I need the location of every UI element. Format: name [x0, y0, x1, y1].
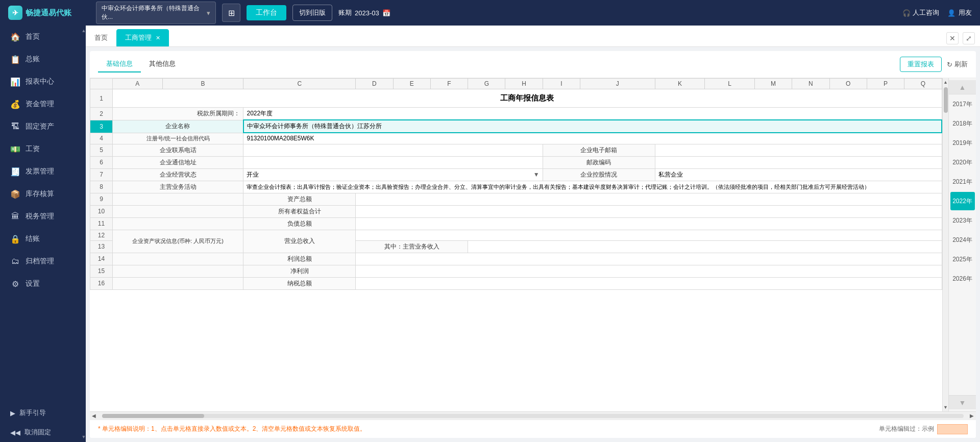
sub-tab-other[interactable]: 其他信息	[141, 56, 184, 72]
sidebar-item-salary[interactable]: 💵 工资	[0, 138, 86, 160]
spreadsheet-container[interactable]: A B C D E F G H I J K L	[90, 78, 942, 411]
service-label: 人工咨询	[913, 8, 939, 17]
cell-5-value2[interactable]	[655, 144, 942, 156]
tab-close-icon[interactable]: ✕	[156, 35, 160, 41]
sidebar-label-ledger: 总账	[26, 55, 40, 64]
cell-9-value[interactable]	[356, 193, 942, 205]
row-num-11: 11	[90, 217, 113, 230]
inventory-icon: 📦	[10, 189, 20, 199]
calendar-icon[interactable]: 📅	[382, 9, 390, 17]
example-cell	[937, 424, 968, 434]
year-btn-2026[interactable]: 2026年	[950, 269, 975, 288]
year-btn-2025[interactable]: 2025年	[950, 250, 975, 268]
user-menu[interactable]: 👤 用友	[947, 8, 972, 17]
app-logo: ✈ 畅捷通易代账	[8, 6, 90, 20]
cell-5-value1[interactable]	[243, 144, 543, 156]
col-K: K	[655, 79, 705, 89]
cell-4-value[interactable]: 91320100MA208E5W6K	[243, 133, 942, 144]
v-scroll-up[interactable]: ▲	[943, 78, 948, 86]
sidebar-item-reports[interactable]: 📊 报表中心	[0, 70, 86, 93]
cell-3-value[interactable]: 中审众环会计师事务所（特殊普通合伙）江苏分所	[243, 120, 942, 133]
cell-13-value[interactable]	[468, 240, 942, 253]
tab-business[interactable]: 工商管理 ✕	[116, 29, 169, 46]
cell-7-value2[interactable]: 私营企业	[655, 168, 942, 181]
year-btn-2024[interactable]: 2024年	[950, 231, 975, 249]
sidebar-label-guide: 新手引导	[19, 408, 46, 418]
sidebar-item-funds[interactable]: 💰 资金管理	[0, 93, 86, 115]
sidebar-item-invoice[interactable]: 🧾 发票管理	[0, 160, 86, 183]
cell-3-label: 企业名称	[112, 120, 243, 133]
cell-10-value[interactable]	[356, 205, 942, 217]
sidebar-scroll-down[interactable]: ▼	[82, 432, 86, 442]
sidebar-item-closing[interactable]: 🔒 结账	[0, 228, 86, 250]
year-btn-2017[interactable]: 2017年	[950, 95, 975, 113]
old-version-button[interactable]: 切到旧版	[292, 5, 332, 21]
toolbar-right: 重置报表 ↻ 刷新	[900, 57, 968, 72]
year-nav-up[interactable]: ▲	[949, 80, 976, 94]
row-num-3: 3	[90, 120, 113, 133]
cell-14-value[interactable]	[356, 253, 942, 265]
refresh-button[interactable]: ↻ 刷新	[947, 60, 968, 69]
h-scroll-track[interactable]	[102, 414, 964, 418]
table-row: 11 负债总额	[90, 217, 942, 230]
tab-home[interactable]: 首页	[86, 29, 116, 46]
year-btn-2020[interactable]: 2020年	[950, 153, 975, 171]
sidebar-guide[interactable]: ▶ 新手引导	[0, 403, 86, 423]
company-icon-btn[interactable]: ⊞	[222, 4, 240, 22]
cell-5-label2: 企业电子邮箱	[543, 144, 655, 156]
sidebar-item-ledger[interactable]: 📋 总账	[0, 48, 86, 70]
year-btn-2018[interactable]: 2018年	[950, 114, 975, 133]
year-btn-2023[interactable]: 2023年	[950, 211, 975, 230]
table-row: 12 企业资产状况信息(币种: 人民币万元) 营业总收入	[90, 230, 942, 240]
cell-6-value2[interactable]	[655, 156, 942, 168]
year-btn-2021[interactable]: 2021年	[950, 173, 975, 191]
cell-16-value[interactable]	[356, 277, 942, 289]
sidebar-item-inventory[interactable]: 📦 库存核算	[0, 183, 86, 205]
h-scroll-right[interactable]: ▶	[968, 412, 976, 420]
sidebar-label-tax: 税务管理	[26, 212, 54, 221]
h-scroll-thumb[interactable]	[102, 414, 204, 418]
service-btn[interactable]: 🎧 人工咨询	[902, 8, 939, 17]
row-num-2: 2	[90, 108, 113, 120]
sidebar-item-assets[interactable]: 🏗 固定资产	[0, 115, 86, 138]
year-nav-down[interactable]: ▼	[949, 395, 976, 409]
row-num-5: 5	[90, 144, 113, 156]
cell-1-title[interactable]: 工商年报信息表	[112, 89, 942, 108]
table-row: 5 企业联系电话 企业电子邮箱	[90, 144, 942, 156]
sidebar-item-archive[interactable]: 🗂 归档管理	[0, 250, 86, 273]
tab-maximize[interactable]: ⤢	[963, 32, 975, 44]
sidebar-unpin[interactable]: ◀◀ 取消固定	[0, 423, 86, 442]
year-btn-2019[interactable]: 2019年	[950, 134, 975, 152]
cell-6-value1[interactable]	[243, 156, 543, 168]
year-btn-2022[interactable]: 2022年	[950, 192, 975, 210]
cell-8-value[interactable]: 审查企业会计报表；出具审计报告；验证企业资本；出具验资报告；办理企业合并、分立、…	[243, 181, 942, 193]
cell-2-value[interactable]: 2022年度	[243, 108, 942, 120]
row-num-4: 4	[90, 133, 113, 144]
v-scroll-down[interactable]: ▼	[943, 403, 948, 411]
period-value: 2023-03	[355, 9, 379, 17]
cell-15-value[interactable]	[356, 265, 942, 277]
cell-7-value1[interactable]: 开业 ▼	[243, 168, 543, 181]
reset-button[interactable]: 重置报表	[900, 57, 942, 72]
row-num-12: 12	[90, 230, 113, 240]
dropdown-arrow-icon[interactable]: ▼	[533, 171, 540, 178]
status-bar-right: 单元格编辑过：示例	[879, 424, 968, 434]
cell-12-value[interactable]	[356, 230, 942, 240]
sidebar-label-unpin: 取消固定	[24, 428, 51, 437]
sidebar-item-tax[interactable]: 🏛 税务管理	[0, 205, 86, 228]
guide-icon: ▶	[10, 409, 15, 417]
sidebar-item-settings[interactable]: ⚙ 设置	[0, 273, 86, 295]
cell-12-label-sub: 营业总收入	[243, 230, 356, 253]
company-selector[interactable]: 中审众环会计师事务所（特殊普通合伙... ▾	[96, 2, 216, 24]
salary-icon: 💵	[10, 144, 20, 154]
cell-11-value[interactable]	[356, 217, 942, 230]
tab-close-window[interactable]: ✕	[946, 32, 959, 44]
cell-8-label: 主营业务活动	[112, 181, 243, 193]
h-scroll-left[interactable]: ◀	[90, 412, 98, 420]
sub-tab-basic[interactable]: 基础信息	[98, 56, 141, 72]
workbench-button[interactable]: 工作台	[247, 5, 286, 20]
status-right-label: 单元格编辑过：示例	[879, 425, 934, 433]
v-scroll-thumb[interactable]	[944, 87, 948, 113]
sidebar-item-home[interactable]: 🏠 首页	[0, 26, 86, 48]
sidebar-scroll-up[interactable]: ▲	[82, 26, 86, 36]
